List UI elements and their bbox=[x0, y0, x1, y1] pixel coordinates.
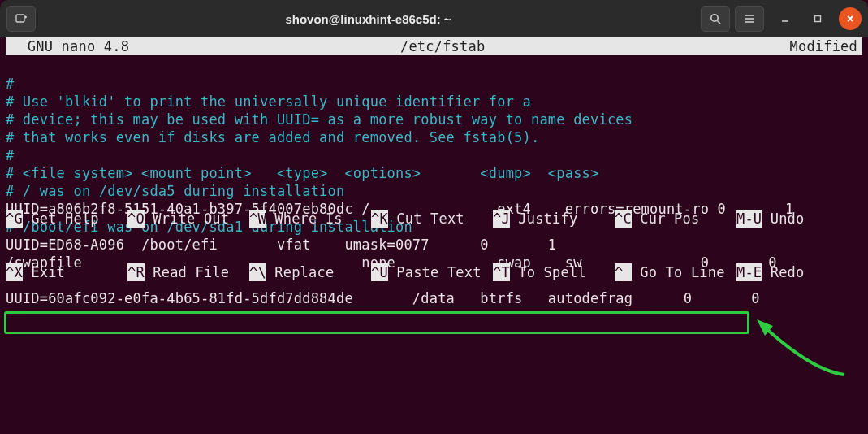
shortcut-label: Redo bbox=[762, 264, 804, 280]
nano-app-version: GNU nano 4.8 bbox=[11, 37, 400, 55]
shortcut-key: ^C bbox=[615, 210, 632, 228]
shortcut-key: ^X bbox=[6, 263, 23, 281]
shortcut-key: ^W bbox=[249, 210, 266, 228]
shortcut-key: ^U bbox=[371, 263, 388, 281]
shortcut-label: Get Help bbox=[23, 210, 99, 227]
shortcut-label: Cur Pos bbox=[632, 210, 699, 227]
editor-line: # that works even if disks are added and… bbox=[6, 129, 539, 145]
shortcut-key: ^R bbox=[127, 263, 145, 281]
search-icon bbox=[709, 12, 722, 25]
minimize-icon bbox=[780, 14, 790, 24]
shortcut-label: Replace bbox=[266, 264, 334, 280]
shortcut-key: ^K bbox=[371, 210, 388, 228]
shortcut-label: Write Out bbox=[145, 210, 229, 227]
shortcut-key: ^_ bbox=[615, 263, 632, 281]
svg-rect-0 bbox=[16, 15, 24, 22]
titlebar-right bbox=[701, 6, 862, 32]
shortcut-key: ^O bbox=[127, 210, 145, 228]
maximize-icon bbox=[813, 14, 823, 24]
editor-line: # bbox=[6, 147, 14, 163]
shortcut-row: ^G Get Help ^O Write Out ^W Where Is ^K … bbox=[6, 210, 862, 228]
new-tab-icon bbox=[15, 12, 28, 25]
shortcut-key: ^\ bbox=[249, 263, 266, 281]
hamburger-icon bbox=[743, 12, 756, 25]
nano-title-bar: GNU nano 4.8 /etc/fstab Modified bbox=[6, 37, 862, 55]
svg-line-4 bbox=[717, 20, 720, 24]
close-icon bbox=[845, 14, 855, 24]
shortcut-label: To Spell bbox=[510, 264, 586, 280]
nano-file-path: /etc/fstab bbox=[400, 37, 485, 55]
shortcut-key: M-U bbox=[736, 210, 762, 228]
nano-modified-status: Modified bbox=[790, 37, 857, 55]
shortcut-key: M-E bbox=[736, 263, 762, 281]
shortcut-label: Paste Text bbox=[388, 264, 482, 280]
search-button[interactable] bbox=[701, 6, 730, 32]
shortcut-row: ^X Exit ^R Read File ^\ Replace ^U Paste… bbox=[6, 263, 862, 281]
shortcut-label: Justify bbox=[510, 210, 577, 227]
shortcut-label: Exit bbox=[23, 264, 65, 280]
minimize-button[interactable] bbox=[774, 7, 797, 30]
window-title: shovon@linuxhint-e86c5d: ~ bbox=[36, 12, 701, 26]
editor-line: # device; this may be used with UUID= as… bbox=[6, 111, 633, 128]
editor-line: # Use 'blkid' to print the universally u… bbox=[6, 93, 531, 110]
shortcut-key: ^J bbox=[493, 210, 510, 228]
window-titlebar: shovon@linuxhint-e86c5d: ~ bbox=[0, 0, 868, 37]
menu-button[interactable] bbox=[735, 6, 764, 32]
annotation-arrow-icon bbox=[755, 318, 853, 383]
svg-point-3 bbox=[711, 15, 718, 21]
svg-rect-9 bbox=[815, 16, 821, 22]
maximize-button[interactable] bbox=[806, 7, 829, 30]
shortcut-label: Go To Line bbox=[632, 264, 725, 280]
editor-line: # bbox=[6, 76, 14, 92]
new-tab-button[interactable] bbox=[6, 6, 36, 32]
shortcut-label: Where Is bbox=[266, 210, 343, 227]
titlebar-left bbox=[6, 6, 36, 32]
shortcut-label: Read File bbox=[145, 264, 229, 280]
close-button[interactable] bbox=[839, 7, 862, 30]
shortcut-label: Undo bbox=[762, 210, 804, 227]
nano-shortcuts: ^G Get Help ^O Write Out ^W Where Is ^K … bbox=[6, 174, 862, 317]
shortcut-label: Cut Text bbox=[388, 210, 464, 227]
shortcut-key: ^T bbox=[493, 263, 510, 281]
shortcut-key: ^G bbox=[6, 210, 23, 228]
terminal-area[interactable]: GNU nano 4.8 /etc/fstab Modified # # Use… bbox=[0, 37, 868, 325]
